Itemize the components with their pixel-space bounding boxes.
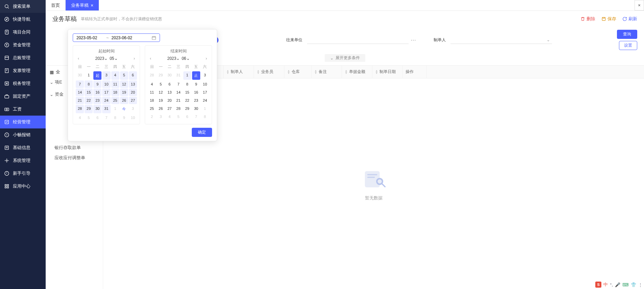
calendar-day[interactable]: 25 <box>111 97 119 104</box>
column-header[interactable]: 操作 <box>403 66 427 78</box>
expand-filters-button[interactable]: ⌄ 展开更多条件 <box>325 54 365 62</box>
calendar-day[interactable]: 8 <box>111 114 119 121</box>
calendar-day[interactable]: 18 <box>111 89 119 96</box>
calendar-day[interactable]: 6 <box>129 71 137 80</box>
date-confirm-button[interactable]: 确定 <box>192 128 212 137</box>
date-from-input[interactable] <box>76 35 104 40</box>
calendar-day[interactable]: 1 <box>85 71 93 80</box>
calendar-icon[interactable] <box>152 35 156 40</box>
calendar-day[interactable]: 17 <box>102 89 110 96</box>
calendar-day[interactable]: 2 <box>148 113 156 120</box>
calendar-day[interactable]: 15 <box>183 89 191 96</box>
ime-more-icon[interactable]: ⋮ <box>638 282 643 287</box>
calendar-day[interactable]: 14 <box>76 89 84 96</box>
calendar-day[interactable]: 19 <box>157 97 165 104</box>
calendar-day[interactable]: 5 <box>174 113 182 120</box>
sidebar-item-money[interactable]: 资金管理 <box>0 39 46 51</box>
column-header[interactable]: ▲▼制单人 <box>224 66 254 78</box>
calendar-day[interactable]: 5 <box>157 80 165 88</box>
calendar-day[interactable]: 8 <box>183 80 191 88</box>
calendar-day[interactable]: 9 <box>120 114 128 121</box>
calendar-day[interactable]: 18 <box>148 97 156 104</box>
calendar-day[interactable]: 10 <box>102 80 110 88</box>
calendar-day[interactable]: 9 <box>93 80 101 88</box>
sidebar-item-apps[interactable]: 应用中心 <box>0 180 46 193</box>
query-button[interactable]: 查询 <box>617 30 637 39</box>
calendar-day[interactable]: 23 <box>93 97 101 104</box>
calendar-day[interactable]: 28 <box>148 71 156 80</box>
sidebar-item-ledger[interactable]: 总账管理 <box>0 51 46 64</box>
calendar-day[interactable]: 15 <box>85 89 93 96</box>
calendar-day[interactable]: 6 <box>93 114 101 121</box>
ime-punct-icon[interactable]: °, <box>610 282 613 287</box>
calendar-day[interactable]: 今 <box>120 105 128 113</box>
sidebar-item-salary[interactable]: 工资 <box>0 103 46 116</box>
ime-mic-icon[interactable]: 🎤 <box>615 282 620 287</box>
sidebar-item-compass[interactable]: 快捷导航 <box>0 13 46 26</box>
calendar-day[interactable]: 16 <box>93 89 101 96</box>
calendar-day[interactable]: 28 <box>76 105 84 113</box>
calendar-day[interactable]: 19 <box>120 89 128 96</box>
panel-item-bank[interactable]: 银行存取款单 <box>50 143 99 153</box>
calendar-day[interactable]: 22 <box>183 97 191 104</box>
calendar-day[interactable]: 24 <box>201 97 209 104</box>
calendar-day[interactable]: 12 <box>157 89 165 96</box>
calendar-day[interactable]: 6 <box>183 113 191 120</box>
calendar-day[interactable]: 14 <box>174 89 182 96</box>
month-year-select[interactable]: 2023⌄06⌄ <box>167 56 189 61</box>
calendar-day[interactable]: 3 <box>201 71 209 80</box>
partner-input[interactable] <box>307 36 409 44</box>
calendar-day[interactable]: 5 <box>85 114 93 121</box>
ime-skin-icon[interactable]: 👕 <box>631 282 636 287</box>
calendar-day[interactable]: 29 <box>157 71 165 80</box>
calendar-day[interactable]: 16 <box>192 89 200 96</box>
calendar-day[interactable]: 4 <box>148 80 156 88</box>
calendar-day[interactable]: 21 <box>174 97 182 104</box>
calendar-day[interactable]: 8 <box>201 113 209 120</box>
calendar-day[interactable]: 8 <box>85 80 93 88</box>
calendar-day[interactable]: 12 <box>120 80 128 88</box>
prev-month-icon[interactable]: ‹ <box>76 56 81 61</box>
calendar-day[interactable]: 7 <box>174 80 182 88</box>
date-range-input[interactable]: ~ <box>73 33 160 42</box>
calendar-day[interactable]: 30 <box>192 105 200 112</box>
calendar-day[interactable]: 11 <box>148 89 156 96</box>
calendar-day[interactable]: 30 <box>93 105 101 113</box>
column-header[interactable]: ▲▼仓库 <box>284 66 312 78</box>
calendar-day[interactable]: 10 <box>201 80 209 88</box>
calendar-day[interactable]: 23 <box>192 97 200 104</box>
calendar-day[interactable]: 4 <box>76 114 84 121</box>
tab-home[interactable]: 首页 <box>46 0 66 10</box>
calendar-day[interactable]: 1 <box>183 71 191 80</box>
sidebar-item-guide[interactable]: 新手引导 <box>0 167 46 180</box>
next-month-icon[interactable]: › <box>204 56 209 61</box>
calendar-day[interactable]: 1 <box>111 105 119 113</box>
calendar-day[interactable]: 9 <box>192 80 200 88</box>
calendar-day[interactable]: 30 <box>165 71 174 80</box>
calendar-day[interactable]: 止 <box>192 71 200 80</box>
sidebar-item-reimburse[interactable]: 小畅报销 <box>0 128 46 141</box>
sidebar-item-system[interactable]: 系统管理 <box>0 154 46 167</box>
calendar-day[interactable]: 26 <box>157 105 165 112</box>
calendar-day[interactable]: 26 <box>120 97 128 104</box>
calendar-day[interactable]: 20 <box>129 89 137 96</box>
month-year-select[interactable]: 2023⌄05⌄ <box>95 56 117 61</box>
calendar-day[interactable]: 20 <box>165 97 174 104</box>
calendar-day[interactable]: 11 <box>111 80 119 88</box>
prev-month-icon[interactable]: ‹ <box>148 56 153 61</box>
close-icon[interactable]: × <box>91 3 93 8</box>
calendar-day[interactable]: 24 <box>102 97 110 104</box>
calendar-day[interactable]: 17 <box>201 89 209 96</box>
column-header[interactable]: ▲▼备注 <box>312 66 342 78</box>
calendar-day[interactable]: 3 <box>129 105 137 113</box>
sidebar-item-operation[interactable]: 经营管理 <box>0 116 46 128</box>
calendar-day[interactable]: 30 <box>76 71 84 80</box>
calendar-day[interactable]: 13 <box>129 80 137 88</box>
calendar-day[interactable]: 21 <box>76 97 84 104</box>
ime-logo-icon[interactable]: S <box>595 282 601 288</box>
calendar-day[interactable]: 13 <box>165 89 174 96</box>
refresh-button[interactable]: 刷新 <box>622 16 637 22</box>
calendar-day[interactable]: 7 <box>192 113 200 120</box>
calendar-day[interactable]: 22 <box>85 97 93 104</box>
calendar-day[interactable]: 4 <box>111 71 119 80</box>
